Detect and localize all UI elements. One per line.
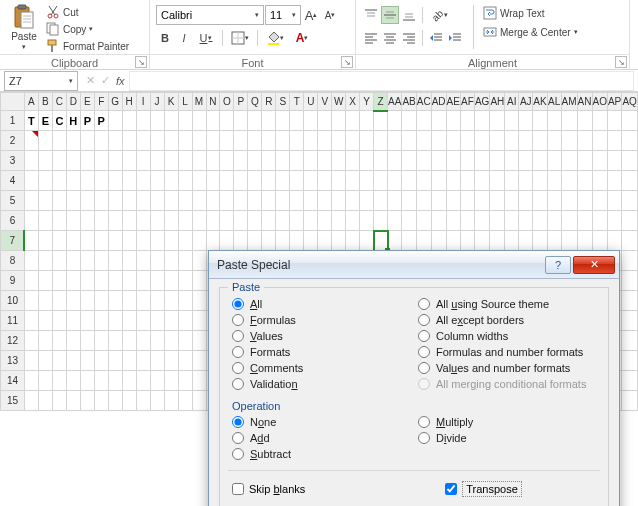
cell[interactable] [332, 171, 346, 191]
cell[interactable] [66, 331, 80, 351]
cell[interactable] [402, 151, 416, 171]
operation-option-radio[interactable]: Subtract [232, 448, 410, 460]
cell[interactable] [108, 371, 122, 391]
cell[interactable] [388, 131, 402, 151]
cell[interactable] [24, 391, 38, 411]
cell[interactable] [150, 151, 164, 171]
row-header[interactable]: 6 [1, 211, 25, 231]
column-header[interactable]: AD [431, 93, 446, 111]
cell[interactable] [24, 371, 38, 391]
cell[interactable] [94, 231, 108, 251]
cell[interactable] [38, 271, 52, 291]
cell[interactable] [290, 231, 304, 251]
column-header[interactable]: AO [592, 93, 607, 111]
cell[interactable] [533, 231, 547, 251]
cell[interactable] [108, 331, 122, 351]
cell[interactable] [108, 151, 122, 171]
cell[interactable] [178, 331, 192, 351]
cell[interactable] [561, 231, 577, 251]
cell[interactable] [234, 131, 248, 151]
cell[interactable] [136, 191, 150, 211]
column-header[interactable]: A [24, 93, 38, 111]
cell[interactable] [136, 171, 150, 191]
cell[interactable] [192, 291, 206, 311]
cell[interactable] [206, 151, 220, 171]
paste-option-radio[interactable]: All using Source theme [418, 298, 596, 310]
cell[interactable] [38, 251, 52, 271]
cell[interactable] [547, 231, 561, 251]
column-header[interactable]: O [220, 93, 234, 111]
cell[interactable] [374, 211, 388, 231]
cell[interactable] [346, 131, 360, 151]
cell[interactable] [136, 151, 150, 171]
cell[interactable] [607, 111, 621, 131]
cell[interactable] [150, 331, 164, 351]
cell[interactable] [519, 131, 533, 151]
borders-button[interactable]: ▾ [227, 29, 253, 47]
cell[interactable] [388, 191, 402, 211]
cell[interactable] [24, 191, 38, 211]
cell[interactable] [108, 391, 122, 411]
cell[interactable] [52, 291, 66, 311]
align-bottom-button[interactable] [400, 6, 418, 24]
cell[interactable] [460, 151, 474, 171]
cell[interactable] [519, 171, 533, 191]
cell[interactable] [446, 231, 460, 251]
column-header[interactable]: E [80, 93, 94, 111]
cell[interactable] [505, 211, 519, 231]
cell[interactable] [332, 111, 346, 131]
cell[interactable] [290, 131, 304, 151]
row-header[interactable]: 15 [1, 391, 25, 411]
operation-option-radio[interactable]: Multiply [418, 416, 596, 428]
cell[interactable] [52, 171, 66, 191]
cell[interactable]: C [52, 111, 66, 131]
cell[interactable] [80, 151, 94, 171]
spreadsheet-grid[interactable]: ABCDEFGHIJKLMNOPQRSTUVWXYZAAABACADAEAFAG… [0, 92, 638, 506]
cell[interactable] [622, 131, 638, 151]
cell[interactable] [561, 111, 577, 131]
cell[interactable] [178, 151, 192, 171]
cell[interactable] [577, 111, 592, 131]
cell[interactable] [607, 231, 621, 251]
cell[interactable] [192, 111, 206, 131]
row-header[interactable]: 8 [1, 251, 25, 271]
cell[interactable] [234, 151, 248, 171]
cell[interactable]: P [94, 111, 108, 131]
cell[interactable] [192, 371, 206, 391]
cell[interactable] [318, 231, 332, 251]
cell[interactable] [318, 151, 332, 171]
cell[interactable] [416, 211, 431, 231]
cell[interactable] [622, 271, 638, 291]
cell[interactable] [122, 371, 136, 391]
italic-button[interactable]: I [175, 29, 193, 47]
cell[interactable] [24, 171, 38, 191]
paste-option-radio[interactable]: Values and number formats [418, 362, 596, 374]
cell[interactable] [150, 271, 164, 291]
cell[interactable] [24, 251, 38, 271]
cell[interactable]: P [80, 111, 94, 131]
cell[interactable] [622, 391, 638, 411]
transpose-checkbox[interactable]: Transpose [445, 481, 522, 497]
cell[interactable] [178, 391, 192, 411]
cell[interactable] [52, 351, 66, 371]
cell[interactable] [66, 291, 80, 311]
column-header[interactable]: AE [446, 93, 460, 111]
cell[interactable] [346, 111, 360, 131]
clipboard-dialog-launcher[interactable]: ↘ [135, 56, 147, 68]
cell[interactable] [592, 211, 607, 231]
cell[interactable] [220, 131, 234, 151]
cell[interactable] [248, 111, 262, 131]
cell[interactable] [592, 191, 607, 211]
cell[interactable] [332, 191, 346, 211]
cell[interactable] [192, 211, 206, 231]
cell[interactable] [431, 191, 446, 211]
cell[interactable] [66, 151, 80, 171]
cell[interactable] [402, 231, 416, 251]
cell[interactable] [431, 231, 446, 251]
cell[interactable] [220, 151, 234, 171]
cell[interactable] [592, 111, 607, 131]
cell[interactable] [80, 371, 94, 391]
cut-button[interactable]: Cut [46, 4, 129, 20]
cell[interactable] [374, 111, 388, 131]
cell[interactable] [622, 251, 638, 271]
